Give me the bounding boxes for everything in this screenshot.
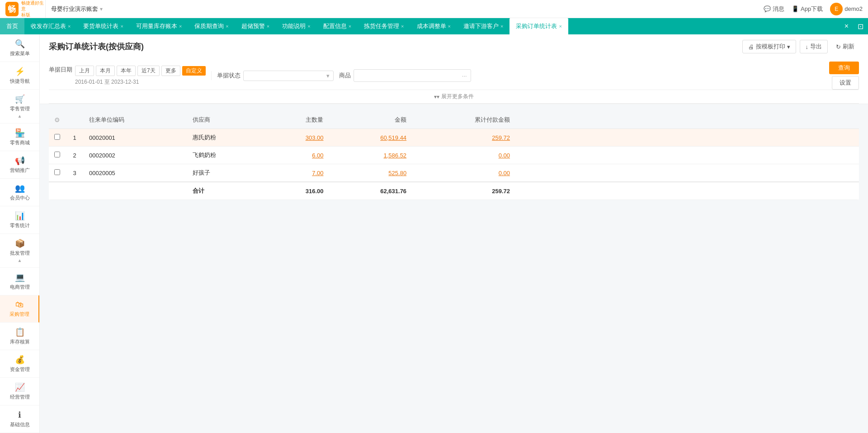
nav-tab-chao[interactable]: 超储预警× <box>235 18 276 34</box>
workspace-selector[interactable]: 母婴行业演示账套 ▾ <box>45 0 108 18</box>
sidebar-icon-retail: 🛒 <box>15 94 25 104</box>
sidebar-item-inventory[interactable]: 📋库存核算 <box>0 323 39 350</box>
nav-tab-close-yaoqing[interactable]: × <box>500 24 503 29</box>
row-checkbox[interactable] <box>54 134 60 140</box>
row-amount[interactable]: 60,519.44 <box>329 129 412 147</box>
date-shortcut-last-month[interactable]: 上月 <box>75 66 94 76</box>
row-seq: 1 <box>66 129 84 147</box>
export-button[interactable]: ↓ 导出 <box>800 40 828 53</box>
nav-tab-close-peizhi[interactable]: × <box>349 24 351 29</box>
refresh-label: 刷新 <box>843 43 854 51</box>
sidebar-item-operations[interactable]: 📈经营管理 <box>0 378 39 405</box>
row-amount[interactable]: 1,586.52 <box>329 147 412 164</box>
nav-tab-close-yaohuo[interactable]: × <box>120 24 123 29</box>
nav-tab-close-shoufahu[interactable]: × <box>68 24 71 29</box>
filter-separator-1 <box>211 71 212 80</box>
status-select[interactable]: ▾ <box>243 71 334 81</box>
row-qty[interactable]: 6.00 <box>264 147 329 164</box>
user-menu[interactable]: E demo2 <box>830 3 863 15</box>
col-header-settings: ⚙ <box>49 111 66 129</box>
date-shortcut-this-year[interactable]: 本年 <box>117 66 136 76</box>
sidebar-item-wholesale[interactable]: 📦批发管理▲ <box>0 234 39 268</box>
sidebar-icon-retail-stats: 📊 <box>15 211 25 221</box>
nav-tab-caigou[interactable]: 采购订单统计表× <box>509 18 568 34</box>
nav-tab-label-yaohuo: 要货单统计表 <box>83 22 118 30</box>
row-checkbox[interactable] <box>54 169 60 175</box>
print-button[interactable]: 🖨 按模板打印 ▾ <box>742 40 796 53</box>
date-range-display: 2016-01-01 至 2023-12-31 <box>75 78 206 86</box>
nav-tab-close-gongneng[interactable]: × <box>307 24 310 29</box>
page-title: 采购订单统计表(按供应商) <box>49 41 144 52</box>
sidebar-icon-retail-shop: 🏪 <box>15 128 25 138</box>
nav-tab-kuohuo[interactable]: 拣货任务管理× <box>358 18 410 34</box>
row-supplier: 好孩子 <box>187 164 264 182</box>
sidebar-item-quicknav[interactable]: ⚡快捷导航 <box>0 62 39 90</box>
row-checkbox[interactable] <box>54 152 60 157</box>
nav-tab-close-chao[interactable]: × <box>267 24 269 29</box>
nav-tab-close-baozhi[interactable]: × <box>226 24 228 29</box>
date-shortcut-this-month[interactable]: 本月 <box>96 66 115 76</box>
goods-input-more-icon: ··· <box>462 72 467 79</box>
nav-tab-label-baozhi: 保质期查询 <box>194 22 224 30</box>
sidebar-item-retail-shop[interactable]: 🏪零售商城 <box>0 124 39 151</box>
row-paid[interactable]: 259.72 <box>412 129 515 147</box>
message-button[interactable]: 💬 消息 <box>764 5 784 13</box>
sidebar-item-retail-stats[interactable]: 📊零售统计 <box>0 206 39 234</box>
sidebar-item-purchase[interactable]: 🛍采购管理 <box>0 295 39 323</box>
row-amount[interactable]: 525.80 <box>329 164 412 182</box>
nav-tab-yaohuo[interactable]: 要货单统计表× <box>77 18 129 34</box>
sidebar-icon-search: 🔍 <box>15 39 25 49</box>
nav-tab-close-caigou[interactable]: × <box>559 24 561 29</box>
nav-tab-close-kuohuo[interactable]: × <box>401 24 404 29</box>
nav-tab-peizhi[interactable]: 配置信息× <box>317 18 358 34</box>
row-checkbox-cell[interactable] <box>49 164 66 182</box>
nav-tab-yaoqing[interactable]: 邀请下游客户× <box>457 18 509 34</box>
sidebar-item-marketing[interactable]: 📢营销推广 <box>0 151 39 179</box>
refresh-icon: ↻ <box>836 43 841 50</box>
sidebar-label-quicknav: 快捷导航 <box>10 78 30 85</box>
row-checkbox-cell[interactable] <box>49 147 66 164</box>
col-header-paid: 累计付款金额 <box>412 111 515 129</box>
query-button[interactable]: 查询 <box>829 62 859 74</box>
nav-tab-home[interactable]: 首页 <box>0 18 24 34</box>
settings-button[interactable]: 设置 <box>832 76 859 90</box>
sidebar-item-finance[interactable]: 💰资金管理 <box>0 350 39 378</box>
sidebar-item-retail[interactable]: 🛒零售管理▲ <box>0 90 39 124</box>
date-shortcut-7days[interactable]: 近7天 <box>137 66 160 76</box>
date-shortcut-more[interactable]: 更多 <box>161 66 180 76</box>
status-select-arrow-icon: ▾ <box>326 72 330 79</box>
row-paid[interactable]: 0.00 <box>412 164 515 182</box>
col-header-qty: 主数量 <box>264 111 329 129</box>
nav-close-button[interactable]: × <box>840 18 853 34</box>
date-custom-tag[interactable]: 自定义 <box>182 66 206 76</box>
col-settings-icon[interactable]: ⚙ <box>54 116 60 124</box>
content-area: 采购订单统计表(按供应商) 🖨 按模板打印 ▾ ↓ 导出 ↻ 刷新 <box>40 34 868 433</box>
page-title-row: 采购订单统计表(按供应商) 🖨 按模板打印 ▾ ↓ 导出 ↻ 刷新 <box>49 40 859 53</box>
nav-expand-button[interactable]: ⊡ <box>853 18 868 34</box>
sidebar-item-search[interactable]: 🔍搜索菜单 <box>0 34 39 62</box>
refresh-button[interactable]: ↻ 刷新 <box>831 40 859 53</box>
col-header-extra <box>515 111 859 129</box>
row-qty[interactable]: 7.00 <box>264 164 329 182</box>
nav-tab-close-chengben[interactable]: × <box>448 24 451 29</box>
nav-tab-baozhi[interactable]: 保质期查询× <box>188 18 235 34</box>
nav-tab-chengben[interactable]: 成本调整单× <box>410 18 457 34</box>
row-extra <box>515 147 859 164</box>
goods-filter-label: 商品 <box>339 71 351 80</box>
row-paid[interactable]: 0.00 <box>412 147 515 164</box>
row-checkbox-cell[interactable] <box>49 129 66 147</box>
sidebar-item-ecommerce[interactable]: 💻电商管理 <box>0 268 39 295</box>
nav-tab-label-chengben: 成本调整单 <box>417 22 446 30</box>
nav-tab-shoufahu[interactable]: 收发存汇总表× <box>24 18 77 34</box>
sidebar-item-member[interactable]: 👥会员中心 <box>0 179 39 206</box>
nav-tab-close-keyong[interactable]: × <box>179 24 182 29</box>
row-qty[interactable]: 303.00 <box>264 129 329 147</box>
nav-tab-label-yaoqing: 邀请下游客户 <box>463 22 499 30</box>
nav-tab-keyong[interactable]: 可用量库存账本× <box>130 18 188 34</box>
goods-input[interactable]: ··· <box>354 69 471 82</box>
sidebar-icon-quicknav: ⚡ <box>15 67 25 76</box>
nav-tab-gongneng[interactable]: 功能说明× <box>276 18 316 34</box>
sidebar-item-basic[interactable]: ℹ基础信息 <box>0 405 39 433</box>
app-download-button[interactable]: 📱 App下载 <box>792 5 823 13</box>
expand-more-button[interactable]: ▾▾ 展开更多条件 <box>434 93 474 100</box>
